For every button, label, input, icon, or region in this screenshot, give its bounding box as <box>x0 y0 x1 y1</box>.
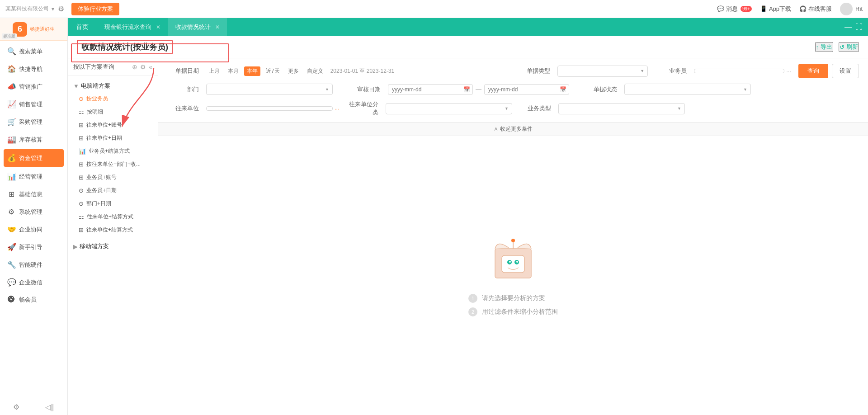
page-header: 收款情况统计(按业务员) ↑ 导出 ↺ 刷新 <box>68 36 868 58</box>
salesman-more-icon[interactable]: ··· <box>786 68 791 75</box>
scheme-item-by-salesman[interactable]: ⊙ 按业务员 <box>68 92 158 105</box>
expand-arrow: ▼ <box>73 83 79 90</box>
sidebar-item-enterprise[interactable]: 🤝 企业协同 <box>0 221 67 238</box>
scheme-item-partner-settlement2[interactable]: ⊞ 往来单位+结算方式 <box>68 223 158 236</box>
sidebar-item-sales[interactable]: 📈 销售管理 <box>0 95 67 113</box>
step-num-1: 1 <box>468 294 477 303</box>
svg-rect-1 <box>502 255 524 273</box>
dept-date-icon: ⊙ <box>79 200 84 207</box>
calendar-start-icon: 📅 <box>463 86 470 93</box>
audit-date-start[interactable] <box>388 84 473 95</box>
salesman-input[interactable] <box>694 69 784 73</box>
biz-type-select-wrapper <box>558 103 685 114</box>
detail-icon: ⚏ <box>79 108 84 115</box>
partner-class-select-wrapper <box>386 103 512 114</box>
sidebar-item-system[interactable]: ⚙ 系统管理 <box>0 203 67 221</box>
left-panel-title: 按以下方案查询 <box>73 63 114 71</box>
biz-type-select[interactable] <box>558 103 685 114</box>
tab-close-collection-stats[interactable]: ✕ <box>215 24 220 30</box>
scheme-item-partner-account[interactable]: ⊞ 往来单位+账号 <box>68 118 158 132</box>
shortcut-last-month[interactable]: 上月 <box>206 66 222 76</box>
settings-icon[interactable]: ⚙ <box>58 5 64 13</box>
sidebar: 6 畅捷通好生 标准版 🔍 搜索菜单 🏠 快捷导航 📣 营销推广 <box>0 18 68 415</box>
sidebar-item-quicknav[interactable]: 🏠 快捷导航 <box>0 60 67 78</box>
sidebar-item-vip[interactable]: 🅥 畅会员 <box>0 291 67 308</box>
settings-btn[interactable]: 设置 <box>832 64 859 78</box>
page-title: 收款情况统计(按业务员) <box>77 40 173 54</box>
trial-industry-btn[interactable]: 体验行业方案 <box>71 3 119 15</box>
app-download-btn[interactable]: 📱 App下载 <box>760 5 791 13</box>
add-scheme-icon[interactable]: ⊕ <box>132 63 137 71</box>
sidebar-item-guide[interactable]: 🚀 新手引导 <box>0 238 67 256</box>
scheme-item-dept-date[interactable]: ⊙ 部门+日期 <box>68 197 158 210</box>
export-btn[interactable]: ↑ 导出 <box>815 42 834 52</box>
sidebar-item-finance[interactable]: 💰 资金管理 <box>4 149 64 167</box>
scheme-settings-icon[interactable]: ⚙ <box>140 63 146 71</box>
audit-date-control: 📅 — 📅 <box>388 84 569 95</box>
sidebar-item-purchase[interactable]: 🛒 采购管理 <box>0 113 67 131</box>
hardware-icon: 🔧 <box>7 260 15 269</box>
partner-settlement1-icon: ⚏ <box>79 213 84 220</box>
collapse-sidebar-icon[interactable]: ◁∥ <box>45 403 54 411</box>
shortcut-this-year[interactable]: 本年 <box>244 66 260 76</box>
shortcut-custom[interactable]: 自定义 <box>304 66 326 76</box>
left-panel: 按以下方案查询 ⊕ ⚙ « ▼ 电脑端方案 <box>68 58 158 415</box>
scheme-item-salesman-account[interactable]: ⊞ 业务员+账号 <box>68 171 158 184</box>
audit-date-end[interactable] <box>484 84 569 95</box>
filter-area: 单据日期 上月 本月 本年 近7天 更多 自定义 <box>158 58 868 123</box>
date-label: 单据日期 <box>167 67 199 75</box>
scheme-item-partner-date[interactable]: ⊞ 往来单位+日期 <box>68 132 158 145</box>
filter-row-1: 单据日期 上月 本月 本年 近7天 更多 自定义 <box>167 64 859 78</box>
tab-home[interactable]: 首页 <box>68 18 97 36</box>
query-btn[interactable]: 查询 <box>798 64 828 78</box>
type-select[interactable] <box>557 66 648 77</box>
basic-icon: ⊞ <box>7 190 15 198</box>
user-avatar[interactable]: Rit <box>840 3 863 15</box>
shortcut-more[interactable]: 更多 <box>285 66 302 76</box>
shortcut-last-7days[interactable]: 近7天 <box>263 66 283 76</box>
partner-more-btn[interactable]: ··· <box>335 105 340 112</box>
inventory-icon: 🏭 <box>7 135 15 144</box>
dept-select[interactable] <box>206 84 333 95</box>
tab-close-bank-flow[interactable]: ✕ <box>156 24 160 30</box>
tab-bank-flow[interactable]: 现金银行流水查询 ✕ <box>97 18 168 36</box>
shortcut-this-month[interactable]: 本月 <box>225 66 241 76</box>
scheme-group-desktop-header[interactable]: ▼ 电脑端方案 <box>68 80 158 92</box>
doc-status-label: 单据状态 <box>585 85 617 94</box>
guide-icon: 🚀 <box>7 243 15 251</box>
scheme-item-by-detail[interactable]: ⚏ 按明细 <box>68 105 158 118</box>
tab-fullscreen-icon[interactable]: ⛶ <box>855 23 863 31</box>
settings-footer-icon[interactable]: ⚙ <box>13 403 19 411</box>
message-btn[interactable]: 💬 消息 99+ <box>717 5 752 13</box>
scheme-group-mobile-header[interactable]: ▶ 移动端方案 <box>68 240 158 253</box>
dropdown-icon[interactable]: ▾ <box>52 6 54 12</box>
tab-bar-right: — ⛶ <box>844 23 868 31</box>
tab-minimize-icon[interactable]: — <box>844 23 852 31</box>
partner-account-icon: ⊞ <box>79 122 84 128</box>
collapse-panel-icon[interactable]: « <box>149 63 152 71</box>
sidebar-item-basic[interactable]: ⊞ 基础信息 <box>0 185 67 203</box>
online-service-btn[interactable]: 🎧 在线客服 <box>799 5 832 13</box>
left-panel-actions: ⊕ ⚙ « <box>132 63 152 71</box>
sidebar-item-marketing[interactable]: 📣 营销推广 <box>0 78 67 95</box>
sidebar-item-operations[interactable]: 📊 经营管理 <box>0 168 67 185</box>
sidebar-item-wechat[interactable]: 💬 企业微信 <box>0 274 67 291</box>
refresh-btn[interactable]: ↺ 刷新 <box>839 42 859 52</box>
sidebar-item-search[interactable]: 🔍 搜索菜单 <box>0 42 67 60</box>
collapse-bar[interactable]: ∧ 收起更多条件 <box>158 123 868 136</box>
salesman-settlement-icon: 📊 <box>79 148 86 155</box>
system-icon: ⚙ <box>7 208 15 216</box>
partner-class-select[interactable] <box>386 103 512 114</box>
scheme-item-partner-dept[interactable]: ⊞ 按往来单位+部门+收... <box>68 158 158 171</box>
doc-status-select[interactable] <box>624 84 751 95</box>
scheme-item-salesman-date[interactable]: ⊙ 业务员+日期 <box>68 184 158 197</box>
doc-status-select-wrapper <box>624 84 751 95</box>
active-scheme-icon: ⊙ <box>79 95 84 102</box>
scheme-item-salesman-settlement[interactable]: 📊 业务员+结算方式 <box>68 145 158 158</box>
sidebar-item-inventory[interactable]: 🏭 库存核算 <box>0 131 67 148</box>
scheme-item-partner-settlement1[interactable]: ⚏ 往来单位+结算方式 <box>68 210 158 223</box>
tab-collection-stats[interactable]: 收款情况统计 ✕ <box>168 18 227 36</box>
sidebar-item-hardware[interactable]: 🔧 智能硬件 <box>0 256 67 274</box>
tab-bar: 首页 现金银行流水查询 ✕ 收款情况统计 ✕ — ⛶ <box>68 18 868 36</box>
partner-input[interactable] <box>206 106 333 111</box>
